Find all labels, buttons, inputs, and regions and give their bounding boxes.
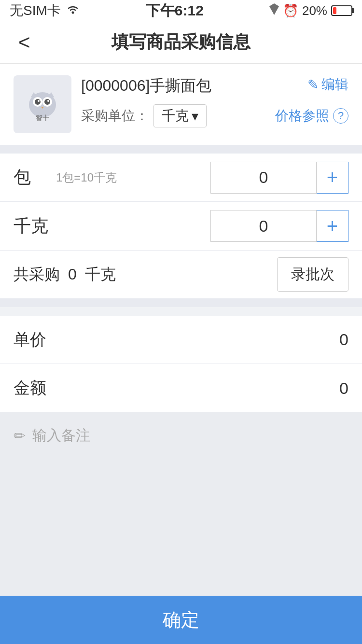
status-left: 无SIM卡 [10,1,80,20]
price-reference-button[interactable]: 价格参照 ? [275,107,348,125]
kg-plus-button[interactable]: + [317,210,348,242]
svg-point-6 [38,100,40,102]
unit-select[interactable]: 千克 ▾ [153,104,207,127]
product-logo: 智十 [23,84,62,125]
alarm-icon: ⏰ [283,3,298,18]
edit-icon: ✎ [307,77,319,93]
unit-price-value: 0 [339,330,348,349]
section-divider-2 [0,298,362,307]
kg-label: 千克 [14,214,52,238]
status-bar: 无SIM卡 下午6:12 ⏰ 20% [0,0,362,21]
unit-row: 采购单位： 千克 ▾ 价格参照 ? [81,104,348,127]
bag-sub-label: 1包=10千克 [56,170,210,185]
summary-text: 共采购 0 千克 [14,264,277,285]
bag-input-control: + [210,162,348,194]
svg-point-7 [47,100,49,102]
note-pencil-icon: ✏ [14,427,26,444]
unit-price-label: 单价 [14,329,339,351]
product-image: 智十 [14,75,71,133]
kg-input-control: + [210,210,348,242]
summary-row: 共采购 0 千克 录批次 [0,250,362,298]
carrier-label: 无SIM卡 [10,1,61,20]
dropdown-icon: ▾ [192,108,198,124]
product-info: [0000006]手撕面包 ✎ 编辑 采购单位： 千克 ▾ 价格参照 ? [81,75,348,127]
amount-label: 金额 [14,377,339,399]
battery-percent: 20% [302,3,327,18]
product-card: 智十 [0000006]手撕面包 ✎ 编辑 采购单位： 千克 ▾ 价格参照 ? [0,64,362,145]
edit-label: 编辑 [321,75,348,94]
unit-label: 采购单位： 千克 ▾ [81,104,207,127]
amount-value: 0 [339,379,348,398]
price-section: 单价 0 金额 0 [0,316,362,412]
kg-input-row: 千克 + [0,202,362,250]
amount-row: 金额 0 [0,364,362,412]
status-time: 下午6:12 [146,1,204,21]
summary-unit: 千克 [85,266,116,283]
bag-label: 包 [14,166,52,189]
status-right: ⏰ 20% [269,3,352,18]
location-icon [269,3,279,18]
section-divider-1 [0,145,362,154]
unit-price-row: 单价 0 [0,316,362,364]
back-button[interactable]: < [14,26,35,59]
note-placeholder: 输入备注 [32,426,90,446]
product-name: [0000006]手撕面包 [81,75,211,97]
note-section[interactable]: ✏ 输入备注 [0,412,362,459]
svg-point-0 [71,12,74,14]
summary-amount: 0 [68,266,77,283]
svg-point-4 [35,99,41,105]
confirm-button[interactable]: 确定 [0,596,362,644]
svg-text:智十: 智十 [36,114,49,122]
edit-button[interactable]: ✎ 编辑 [307,75,348,94]
summary-prefix: 共采购 [14,266,60,283]
product-name-row: [0000006]手撕面包 ✎ 编辑 [81,75,348,97]
page-title: 填写商品采购信息 [111,30,251,54]
input-section: 包 1包=10千克 + 千克 + [0,154,362,250]
battery-indicator [331,5,352,16]
nav-bar: < 填写商品采购信息 [0,21,362,64]
bag-quantity-input[interactable] [210,162,317,194]
bag-plus-button[interactable]: + [317,162,348,194]
wifi-icon [66,3,80,18]
svg-point-5 [44,99,50,105]
kg-quantity-input[interactable] [210,210,317,242]
help-icon: ? [333,108,348,124]
bag-input-row: 包 1包=10千克 + [0,154,362,202]
batch-record-button[interactable]: 录批次 [277,257,348,292]
